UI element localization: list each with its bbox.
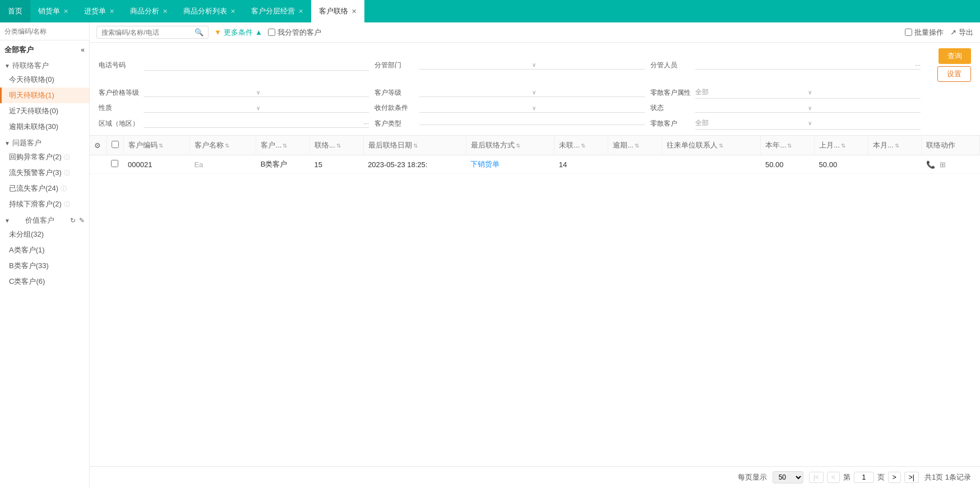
customer-type-select[interactable] [419, 122, 645, 125]
customer-level-label: 客户等级 [375, 88, 419, 98]
export-btn[interactable]: ↗ 导出 [950, 27, 973, 38]
col-settings[interactable]: ⚙ [90, 136, 107, 155]
row-last-contact-method[interactable]: 下销货单 [466, 155, 554, 174]
sidebar-item-class-a[interactable]: A类客户(1) [0, 242, 89, 258]
payment-select[interactable]: ∨ [419, 104, 645, 113]
retail-attr-select[interactable]: 全部 ∨ [695, 86, 921, 99]
toolbar: 🔍 ▼ 更多条件 ▲ 我分管的客户 批量操作 ↗ 导出 [90, 22, 980, 43]
row-checkbox-cell [107, 155, 123, 174]
grid-action-icon[interactable]: ⊞ [940, 160, 946, 169]
nav-item-customer-contact[interactable]: 客户联络 ✕ [311, 0, 364, 22]
sidebar-item-class-b[interactable]: B类客户(33) [0, 258, 89, 274]
bottom-bar: 每页显示 50 20 100 |< < 第 页 > >| 共1页 1条记录 [90, 466, 980, 488]
batch-action-btn[interactable]: 批量操作 [905, 27, 944, 38]
sidebar-item-declining[interactable]: 持续下滑客户(2) ⓘ [0, 196, 89, 212]
sidebar-search-area: 🔍 [0, 22, 89, 40]
filter-retail-attr: 零散客户属性 全部 ∨ [650, 86, 926, 99]
edit-icon[interactable]: ✎ [79, 217, 85, 224]
col-last-contact-method[interactable]: 最后联络方式⇅ [466, 136, 554, 155]
more-conditions-btn[interactable]: ▼ 更多条件 ▲ [214, 27, 262, 38]
phone-input[interactable] [144, 60, 369, 71]
prev-page-btn[interactable]: < [827, 472, 840, 483]
close-product-analysis-icon[interactable]: ✕ [163, 8, 168, 15]
page-input[interactable] [854, 472, 874, 483]
refresh-icon[interactable]: ↻ [70, 217, 76, 224]
row-checkbox[interactable] [111, 160, 118, 167]
sidebar-item-loss-warning[interactable]: 流失预警客户(3) ⓘ [0, 165, 89, 181]
nav-item-purchase[interactable]: 进货单 ✕ [76, 0, 122, 22]
col-contact-count[interactable]: 联络...⇅ [309, 136, 363, 155]
close-sales-icon[interactable]: ✕ [63, 8, 68, 15]
filter-row-4: 区域（地区） ··· 客户类型 零散客户 全部 ∨ [99, 117, 971, 130]
gender-select[interactable]: ∨ [144, 104, 369, 113]
next-page-btn[interactable]: > [888, 472, 901, 483]
search-input[interactable] [101, 29, 192, 36]
nav-item-product-analysis[interactable]: 商品分析 ✕ [122, 0, 175, 22]
col-last-month[interactable]: 上月...⇅ [815, 136, 868, 155]
close-purchase-icon[interactable]: ✕ [109, 8, 114, 15]
sidebar-item-today-pending[interactable]: 今天待联络(0) [0, 72, 89, 88]
nav-item-sales[interactable]: 销货单 ✕ [30, 0, 76, 22]
nav-item-customer-tier[interactable]: 客户分层经营 ✕ [243, 0, 311, 22]
query-button[interactable]: 查询 [939, 48, 971, 64]
dept-select[interactable]: ∨ [419, 61, 645, 70]
set-button[interactable]: 设置 [937, 66, 971, 82]
row-action: 📞 ⊞ [922, 155, 980, 174]
col-contact-person[interactable]: 往来单位联系人⇅ [662, 136, 761, 155]
nav-item-home[interactable]: 首页 [0, 0, 30, 22]
payment-label: 收付款条件 [375, 103, 419, 113]
last-page-btn[interactable]: >| [904, 472, 919, 483]
all-customers-label: 全部客户 [4, 45, 34, 55]
customer-level-select[interactable]: ∨ [419, 88, 645, 97]
close-product-list-icon[interactable]: ✕ [230, 8, 235, 15]
sidebar-item-repurchase-abnormal[interactable]: 回购异常客户(2) ⓘ [0, 149, 89, 165]
status-select[interactable]: ∨ [695, 104, 921, 113]
filter-price-level: 客户价格等级 ∨ [99, 88, 375, 98]
manager-dots[interactable]: ··· [915, 61, 921, 69]
toolbar-search-icon[interactable]: 🔍 [195, 28, 204, 36]
col-this-year[interactable]: 本年...⇅ [761, 136, 815, 155]
sidebar-item-lost[interactable]: 已流失客户(24) ⓘ [0, 181, 89, 196]
col-overdue[interactable]: 逾期...⇅ [608, 136, 662, 155]
sidebar-search-input[interactable] [4, 27, 89, 35]
pending-group-label: 待联络客户 [0, 57, 89, 72]
sidebar-item-ungrouped[interactable]: 未分组(32) [0, 227, 89, 242]
sidebar-item-overdue[interactable]: 逾期未联络(30) [0, 119, 89, 135]
row-this-month [868, 155, 922, 174]
status-arrow-icon: ∨ [808, 105, 921, 111]
page-size-select[interactable]: 50 20 100 [773, 471, 803, 484]
retail-customer-select[interactable]: 全部 ∨ [695, 117, 921, 130]
col-last-contact-date[interactable]: 最后联络日期⇅ [363, 136, 466, 155]
col-uncontacted[interactable]: 未联...⇅ [554, 136, 608, 155]
retail-attr-arrow-icon: ∨ [808, 89, 921, 95]
collapse-icon[interactable]: « [81, 46, 85, 54]
customer-type-label: 客户类型 [375, 119, 419, 128]
export-icon: ↗ [950, 28, 956, 36]
select-all-checkbox[interactable] [112, 141, 119, 148]
batch-checkbox[interactable] [905, 29, 912, 36]
my-customers-checkbox[interactable] [268, 29, 275, 36]
col-name[interactable]: 客户名称⇅ [189, 136, 256, 155]
manager-input-area[interactable]: ··· [695, 61, 921, 70]
price-level-select[interactable]: ∨ [144, 88, 369, 97]
close-customer-contact-icon[interactable]: ✕ [352, 8, 357, 15]
row-overdue [608, 155, 662, 174]
region-input-area[interactable]: ··· [144, 119, 369, 128]
phone-action-icon[interactable]: 📞 [926, 160, 935, 169]
filter-customer-type: 客户类型 [375, 119, 650, 128]
close-customer-tier-icon[interactable]: ✕ [298, 8, 303, 15]
col-code[interactable]: 客户编码⇅ [123, 136, 189, 155]
sidebar-item-class-c[interactable]: C类客户(6) [0, 274, 89, 289]
filter-row-2: 客户价格等级 ∨ 客户等级 ∨ 零散客户属性 全部 [99, 86, 971, 99]
col-customer-type[interactable]: 客户...⇅ [256, 136, 310, 155]
my-customers-toggle[interactable]: 我分管的客户 [268, 27, 321, 38]
sidebar-item-tomorrow-pending[interactable]: 明天待联络(1) [0, 88, 89, 103]
sidebar-item-week-pending[interactable]: 近7天待联络(0) [0, 103, 89, 119]
first-page-btn[interactable]: |< [809, 472, 824, 483]
row-code: 000021 [123, 155, 189, 174]
all-customers-header: 全部客户 « [0, 40, 89, 57]
total-label: 共1页 1条记录 [924, 472, 971, 482]
nav-item-product-analysis-list[interactable]: 商品分析列表 ✕ [175, 0, 243, 22]
region-dots[interactable]: ··· [363, 119, 369, 127]
col-this-month[interactable]: 本月...⇅ [868, 136, 922, 155]
